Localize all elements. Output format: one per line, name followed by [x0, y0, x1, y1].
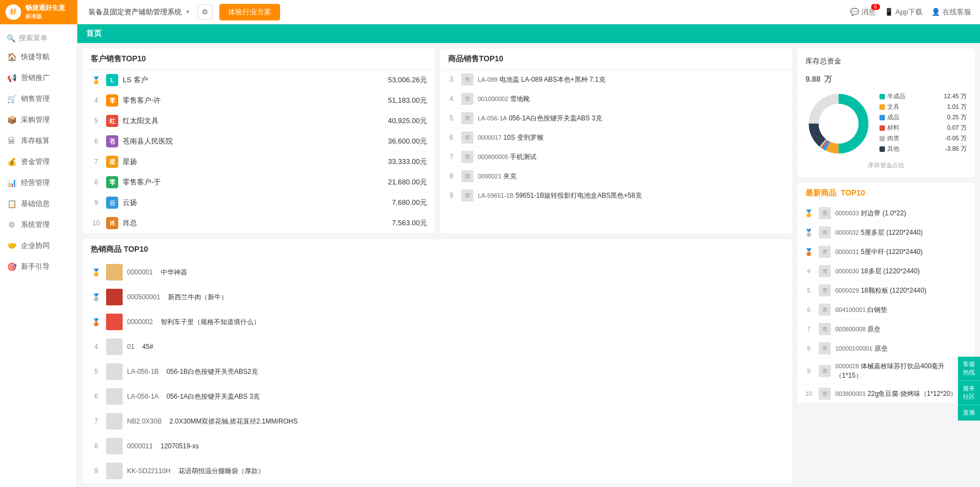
- newest-product-info: 0000033 封边带 (1.0*22): [835, 209, 969, 218]
- hot-product-image: [106, 413, 123, 430]
- customer-row: 5 红 红太阳文具 40,925.00元: [83, 111, 435, 131]
- legend-dot: [879, 94, 885, 99]
- legend-dot: [879, 115, 885, 120]
- service-community-btn[interactable]: 服务社区: [958, 381, 980, 405]
- sidebar-label: 经营管理: [21, 178, 50, 188]
- newest-product-code: 003800001: [835, 390, 866, 397]
- customer-badge: L: [106, 74, 118, 86]
- message-button[interactable]: 💬 消息 6: [850, 7, 876, 17]
- gear-button[interactable]: ⚙: [197, 4, 213, 20]
- product-image: 图: [461, 189, 473, 202]
- legend-value: 12.45 万: [934, 92, 967, 100]
- system-selector[interactable]: 装备及固定资产辅助管理系统 ▼: [88, 7, 191, 17]
- rank-number: 10: [91, 219, 102, 227]
- inventory-title: 库存总资金: [805, 56, 967, 66]
- sidebar-label: 营销推广: [21, 73, 50, 83]
- product-image: 图: [461, 170, 473, 182]
- rank-number: 6: [91, 137, 102, 145]
- customer-badge: 云: [106, 197, 118, 209]
- hot-product-image: [106, 438, 123, 454]
- customer-service-btn[interactable]: 客服热线: [958, 357, 980, 381]
- newest-product-row: 🥈 图 0000032 5厘多层 (1220*2440): [798, 223, 974, 242]
- newest-products-title: 最新商品 TOP10: [798, 183, 974, 204]
- sidebar-item-经营管理[interactable]: 📊经营管理: [0, 172, 77, 193]
- brand: 好 畅捷通好生意 标准版: [0, 0, 77, 24]
- newest-product-row: 🥉 图 0000031 5厘中纤 (1220*2440): [798, 242, 974, 262]
- customer-row: 9 云 云扬 7,680.00元: [83, 193, 435, 213]
- rank-number: 4: [91, 97, 102, 104]
- newest-medal-icon: 🥇: [803, 209, 814, 218]
- product-rank: 5: [446, 114, 457, 122]
- product-info: 000800005 手机测试: [478, 152, 787, 162]
- top-products-sales-title: 商品销售TOP10: [440, 49, 792, 70]
- sidebar-item-基础信息[interactable]: 📋基础信息: [0, 193, 77, 214]
- customer-amount: 7,563.00元: [392, 218, 427, 228]
- hot-product-name: 智利车子里（规格不知道填什么）: [161, 317, 260, 327]
- search-label: 搜索菜单: [19, 33, 48, 43]
- newest-rank-number: 7: [803, 326, 814, 332]
- sidebar-label: 新手引导: [21, 262, 50, 272]
- hot-product-name: 新西兰牛肉（新牛）: [168, 293, 228, 302]
- newest-product-code: 0000030: [835, 268, 859, 274]
- hot-rank-number: 7: [91, 417, 102, 425]
- newest-product-image: 图: [819, 246, 831, 258]
- legend-item: 半成品 12.45 万: [879, 92, 967, 100]
- rank-number: 5: [91, 117, 102, 125]
- customer-amount: 51,183.00元: [388, 96, 427, 105]
- live-btn[interactable]: 直播: [958, 405, 980, 421]
- customer-row: 7 星 星扬 33,333.00元: [83, 152, 435, 172]
- search-menu[interactable]: 🔍 搜索菜单: [0, 30, 77, 46]
- product-code: 0000017: [478, 134, 502, 141]
- topbar-center: 装备及固定资产辅助管理系统 ▼ ⚙ 体验行业方案: [77, 4, 850, 20]
- legend-dot: [879, 136, 885, 141]
- hot-product-code: 0000011: [127, 442, 153, 450]
- product-image: 图: [461, 73, 473, 86]
- product-name: 10S 变刑罗猴: [503, 134, 544, 141]
- customer-badge: 肖: [106, 217, 118, 229]
- customer-row: 4 零 零售客户-许 51,183.00元: [83, 91, 435, 111]
- product-info: LA-59651-1B 59651-1B旋转投影灯电池盒ABS黑色+58克: [478, 191, 787, 200]
- sidebar-item-营销推广[interactable]: 📢营销推广: [0, 67, 77, 88]
- product-code: LA-59651-1B: [478, 192, 514, 199]
- sidebar-item-系统管理[interactable]: ⚙系统管理: [0, 214, 77, 235]
- customer-name: 星扬: [123, 157, 383, 167]
- sidebar-item-库存核算[interactable]: 🏛库存核算: [0, 130, 77, 151]
- product-info: 0000017 10S 变刑罗猴: [478, 133, 787, 142]
- rank-number: 8: [91, 178, 102, 186]
- sidebar-icon: 🏛: [7, 136, 17, 146]
- service-label: 在线客服: [942, 7, 971, 17]
- sidebar-item-销售管理[interactable]: 🛒销售管理: [0, 88, 77, 109]
- sidebar-item-新手引导[interactable]: 🎯新手引导: [0, 256, 77, 277]
- product-row: 3 图 LA-089 电池盖 LA-089 ABS本色+黑种 7.1克: [440, 70, 792, 89]
- online-service-button[interactable]: 👤 在线客服: [931, 7, 971, 17]
- newest-product-name: 白钢垫: [867, 306, 887, 314]
- newest-product-image: 图: [819, 207, 831, 219]
- product-code: 001000002: [478, 96, 508, 102]
- hot-product-row: 🥉 0000002 智利车子里（规格不知道填什么）: [83, 310, 792, 335]
- product-info: LA-089 电池盖 LA-089 ABS本色+黑种 7.1克: [478, 75, 787, 84]
- newest-product-row: 8 图 10000100001 原垒: [798, 339, 974, 358]
- sidebar-item-资金管理[interactable]: 💰资金管理: [0, 151, 77, 172]
- legend-item: 文具 1.01 万: [879, 103, 967, 111]
- top-products-sales-list: 3 图 LA-089 电池盖 LA-089 ABS本色+黑种 7.1克 4 图 …: [440, 70, 792, 205]
- newest-product-image: 图: [819, 342, 831, 354]
- product-code: 0000021: [478, 173, 502, 179]
- left-panel: 客户销售TOP10 🥇 L LS 客户 53,006.26元 4 零 零售客户-…: [83, 49, 792, 484]
- hot-product-name: 花语萌恒温分腿睡袋（厚款）: [178, 467, 265, 476]
- system-name: 装备及固定资产辅助管理系统: [88, 7, 182, 17]
- trial-button[interactable]: 体验行业方案: [219, 4, 280, 20]
- newest-product-row: 4 图 0000030 18多层 (1220*2440): [798, 262, 974, 281]
- sidebar-item-采购管理[interactable]: 📦采购管理: [0, 109, 77, 130]
- sidebar-item-快捷导航[interactable]: 🏠快捷导航: [0, 46, 77, 67]
- newest-medal-icon: 🥈: [803, 229, 814, 237]
- newest-product-name: 原垒: [867, 325, 881, 333]
- app-download-button[interactable]: 📱 App下载: [884, 7, 923, 17]
- sidebar-item-企业协同[interactable]: 🤝企业协同: [0, 235, 77, 256]
- product-name: 056-1A白色按键开关盖ABS 3克: [509, 114, 602, 122]
- product-rank: 7: [446, 153, 457, 161]
- right-panel: 库存总资金 9.88 万: [798, 49, 974, 484]
- newest-products-card: 最新商品 TOP10 🥇 图 0000033 封边带 (1.0*22) 🥈 图 …: [798, 183, 974, 404]
- hot-product-image: [106, 289, 123, 305]
- newest-product-code: 10000100001: [835, 345, 872, 352]
- newest-product-image: 图: [819, 323, 831, 335]
